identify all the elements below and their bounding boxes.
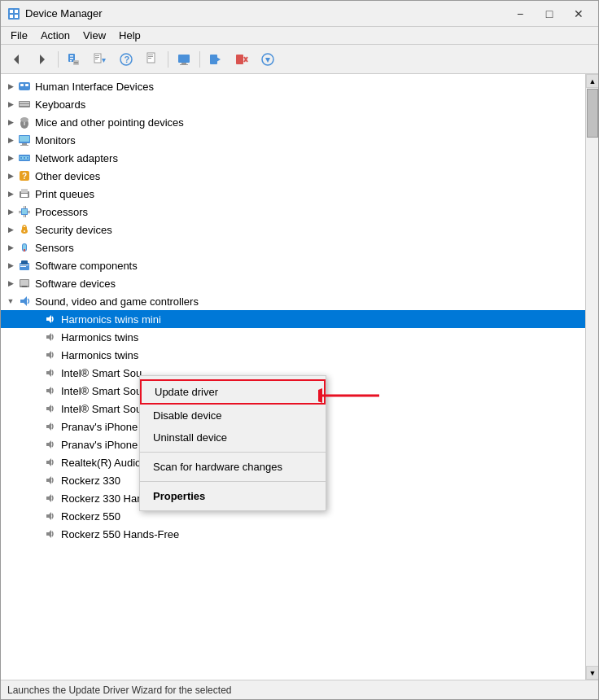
update-driver-toolbar-button[interactable]	[88, 48, 112, 71]
tree-item-harmonics-mini[interactable]: Harmonics twins mini	[1, 310, 585, 328]
icon-print	[17, 187, 32, 200]
scroll-up-button[interactable]: ▲	[586, 74, 598, 88]
tree-item-sensors[interactable]: ▶ Sensors	[1, 238, 585, 256]
monitor-toolbar-button[interactable]	[172, 48, 196, 71]
context-menu-update-driver[interactable]: Update driver	[140, 379, 326, 405]
toggle-other[interactable]: ▶	[4, 169, 17, 182]
menu-file[interactable]: File	[4, 28, 34, 43]
minimize-button[interactable]: −	[507, 4, 533, 24]
enable-button[interactable]	[203, 48, 228, 71]
maximize-button[interactable]: □	[536, 4, 562, 24]
tree-item-harmonics-2[interactable]: Harmonics twins	[1, 346, 585, 364]
svg-rect-79	[20, 280, 28, 286]
svg-rect-1	[10, 10, 13, 13]
svg-rect-39	[20, 104, 29, 106]
context-menu-scan[interactable]: Scan for hardware changes	[140, 456, 326, 478]
context-menu-disable[interactable]: Disable device	[140, 405, 326, 427]
forward-button[interactable]	[30, 48, 55, 71]
svg-rect-3	[10, 15, 13, 18]
menu-help[interactable]: Help	[112, 28, 147, 43]
tree-item-software-comp[interactable]: ▶ Software components	[1, 256, 585, 274]
toggle-processors[interactable]: ▶	[4, 205, 17, 218]
tree-item-harmonics-1[interactable]: Harmonics twins	[1, 328, 585, 346]
title-bar-controls: − □ ✕	[507, 4, 592, 24]
label-harmonics-mini: Harmonics twins mini	[61, 313, 161, 326]
context-menu-uninstall[interactable]: Uninstall device	[140, 427, 326, 448]
toggle-security[interactable]: ▶	[4, 223, 17, 236]
svg-rect-64	[19, 212, 21, 213]
icon-pranav-h	[43, 438, 58, 451]
close-button[interactable]: ✕	[566, 4, 592, 24]
menu-action[interactable]: Action	[34, 28, 77, 43]
toggle-monitors[interactable]: ▶	[4, 133, 17, 147]
tree-item-rockerz-550hf[interactable]: Rockerz 550 Hands-Free	[1, 525, 585, 543]
scan-button[interactable]	[256, 48, 280, 71]
disable-device-label: Disable device	[153, 409, 222, 422]
svg-rect-46	[20, 145, 28, 146]
svg-marker-17	[102, 59, 106, 63]
svg-rect-58	[22, 209, 27, 214]
svg-rect-36	[25, 84, 28, 86]
scroll-down-button[interactable]: ▼	[586, 666, 598, 680]
context-menu-sep	[140, 452, 326, 453]
tree-item-security[interactable]: ▶ Security devices	[1, 221, 585, 238]
tree-item-mice[interactable]: ▶ Mice and other pointing devices	[1, 113, 585, 131]
scan-hardware-label: Scan for hardware changes	[153, 461, 282, 473]
toggle-rockerz-330	[30, 474, 43, 487]
toggle-keyboards[interactable]: ▶	[4, 98, 17, 111]
help-button[interactable]: ?	[114, 48, 138, 71]
label-mice: Mice and other pointing devices	[35, 116, 184, 129]
scrollbar[interactable]: ▲ ▼	[585, 74, 598, 680]
svg-rect-49	[20, 157, 22, 159]
tree-item-hid[interactable]: ▶ Human Interface Devices	[1, 77, 585, 95]
svg-rect-65	[28, 211, 30, 212]
toggle-hid[interactable]: ▶	[4, 80, 17, 93]
context-menu-sep-2	[140, 481, 326, 482]
toggle-software-comp[interactable]: ▶	[4, 259, 17, 272]
icon-sensors	[17, 241, 32, 254]
svg-marker-85	[46, 369, 51, 377]
svg-rect-56	[21, 194, 28, 197]
tree-item-monitors[interactable]: ▶ Monitors	[1, 131, 585, 149]
svg-rect-59	[24, 206, 24, 208]
uninstall-device-label: Uninstall device	[153, 431, 227, 444]
label-harmonics-1: Harmonics twins	[61, 331, 138, 343]
svg-rect-61	[24, 215, 24, 217]
scrollbar-thumb[interactable]	[587, 89, 598, 138]
tree-item-software-dev[interactable]: ▶ Software devices	[1, 274, 585, 292]
label-rockerz-550: Rockerz 550	[61, 510, 120, 523]
tree-item-network[interactable]: ▶ Network adapters	[1, 149, 585, 167]
svg-marker-84	[46, 351, 51, 359]
svg-point-70	[24, 230, 25, 232]
uninstall-button[interactable]	[230, 48, 254, 71]
svg-rect-44	[20, 136, 29, 142]
back-button[interactable]	[4, 48, 28, 71]
icon-mice	[17, 116, 32, 129]
svg-marker-89	[46, 440, 51, 448]
properties-button[interactable]	[62, 48, 86, 71]
label-pranav-h: Pranav's iPhone H	[61, 439, 148, 451]
toggle-sound[interactable]: ▼	[4, 295, 17, 308]
toggle-sensors[interactable]: ▶	[4, 241, 17, 254]
toggle-print[interactable]: ▶	[4, 187, 17, 200]
svg-rect-38	[20, 102, 29, 103]
tree-item-keyboards[interactable]: ▶ Keyboards	[1, 95, 585, 113]
tree-item-processors[interactable]: ▶ Processors	[1, 203, 585, 221]
svg-rect-29	[236, 55, 243, 64]
icon-keyboards	[17, 98, 32, 111]
context-menu-properties[interactable]: Properties	[140, 485, 326, 507]
svg-rect-60	[25, 206, 26, 208]
tree-item-other[interactable]: ▶ ? Other devices	[1, 167, 585, 185]
tree-item-sound[interactable]: ▼ Sound, video and game controllers	[1, 292, 585, 310]
svg-rect-14	[95, 55, 99, 56]
toggle-software-dev[interactable]: ▶	[4, 277, 17, 290]
doc-button[interactable]	[140, 48, 164, 71]
svg-rect-16	[95, 59, 98, 59]
label-processors: Processors	[35, 206, 88, 218]
svg-marker-86	[46, 387, 51, 395]
menu-view[interactable]: View	[77, 28, 112, 43]
toggle-network[interactable]: ▶	[4, 151, 17, 164]
tree-item-print[interactable]: ▶ Print queues	[1, 185, 585, 203]
toggle-mice[interactable]: ▶	[4, 116, 17, 129]
svg-marker-5	[14, 55, 19, 64]
